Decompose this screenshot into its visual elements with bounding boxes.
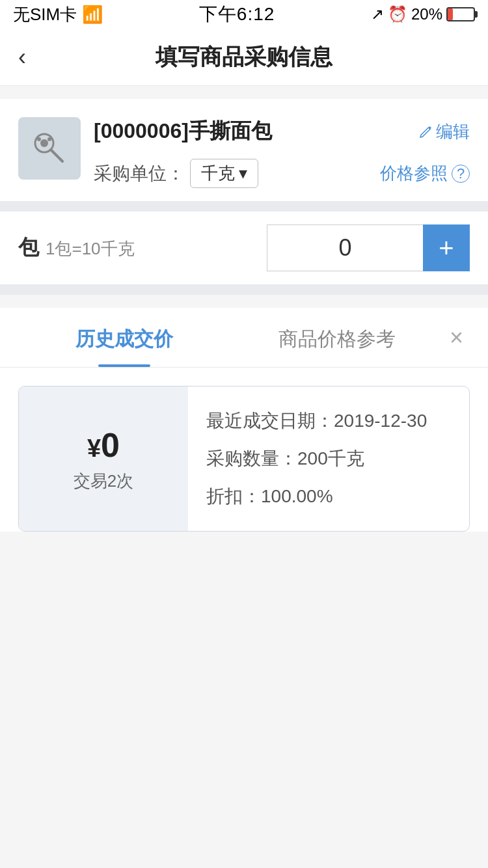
unit-value: 千克 bbox=[201, 162, 235, 185]
back-button[interactable]: ‹ bbox=[18, 44, 26, 71]
quantity-row: 包 1包=10千克 + bbox=[0, 211, 488, 284]
battery-icon bbox=[446, 7, 475, 21]
page-title: 填写商品采购信息 bbox=[156, 42, 332, 72]
product-name-row: [0000006]手撕面包 编辑 bbox=[94, 117, 470, 146]
tab-history-price[interactable]: 历史成交价 bbox=[18, 308, 230, 367]
recent-date-label: 最近成交日期： bbox=[206, 411, 334, 431]
wifi-icon: 📶 bbox=[82, 5, 103, 25]
edit-button[interactable]: 编辑 bbox=[419, 120, 470, 143]
tab-close-button[interactable]: × bbox=[443, 318, 470, 358]
help-icon: ? bbox=[452, 165, 470, 183]
battery-fill bbox=[448, 8, 453, 20]
dropdown-arrow-icon: ▾ bbox=[239, 163, 247, 183]
transaction-purchase-qty: 采购数量：200千克 bbox=[206, 445, 451, 472]
price-value: 0 bbox=[101, 426, 120, 464]
unit-sub: 1包=10千克 bbox=[46, 237, 135, 260]
qty-controls: + bbox=[267, 224, 470, 271]
product-name: [0000006]手撕面包 bbox=[94, 117, 272, 146]
svg-point-4 bbox=[47, 137, 51, 141]
svg-point-1 bbox=[40, 139, 48, 147]
purchase-unit-row: 采购单位： 千克 ▾ 价格参照 ? bbox=[94, 159, 470, 188]
carrier-text: 无SIM卡 bbox=[13, 3, 77, 26]
svg-point-3 bbox=[37, 137, 41, 141]
status-bar: 无SIM卡 📶 下午6:12 ↗ ⏰ 20% bbox=[0, 0, 488, 29]
transaction-discount: 折扣：100.00% bbox=[206, 483, 451, 510]
transaction-left: ¥0 交易2次 bbox=[19, 387, 188, 531]
tab-product-price-ref-label: 商品价格参考 bbox=[278, 328, 396, 349]
status-right: ↗ ⏰ 20% bbox=[371, 5, 475, 23]
tab-product-price-ref[interactable]: 商品价格参考 bbox=[230, 308, 442, 367]
transaction-recent-date: 最近成交日期：2019-12-30 bbox=[206, 407, 451, 435]
svg-line-2 bbox=[51, 150, 62, 161]
alarm-icon: ⏰ bbox=[388, 5, 407, 23]
edit-label: 编辑 bbox=[436, 120, 470, 143]
edit-icon bbox=[419, 124, 433, 139]
product-header: [0000006]手撕面包 编辑 采购单位： 千克 ▾ bbox=[18, 117, 470, 188]
nav-bar: ‹ 填写商品采购信息 bbox=[0, 29, 488, 86]
quantity-input[interactable] bbox=[267, 224, 423, 271]
transaction-card: ¥0 交易2次 最近成交日期：2019-12-30 采购数量：200千克 折扣：… bbox=[18, 386, 470, 532]
tabs-header: 历史成交价 商品价格参考 × bbox=[0, 308, 488, 368]
purchase-qty-label: 采购数量： bbox=[206, 448, 297, 468]
location-icon: ↗ bbox=[371, 5, 384, 23]
status-left: 无SIM卡 📶 bbox=[13, 3, 103, 26]
purchase-unit-label: 采购单位： bbox=[94, 161, 185, 186]
quantity-plus-button[interactable]: + bbox=[423, 224, 470, 271]
product-section: [0000006]手撕面包 编辑 采购单位： 千克 ▾ bbox=[0, 99, 488, 201]
tab-content: ¥0 交易2次 最近成交日期：2019-12-30 采购数量：200千克 折扣：… bbox=[0, 368, 488, 532]
product-info: [0000006]手撕面包 编辑 采购单位： 千克 ▾ bbox=[94, 117, 470, 188]
status-time: 下午6:12 bbox=[199, 2, 275, 27]
transaction-price: ¥0 bbox=[87, 426, 120, 465]
unit-big: 包 bbox=[18, 234, 39, 262]
price-ref-label: 价格参照 bbox=[380, 162, 448, 185]
section-divider bbox=[0, 201, 488, 211]
purchase-qty-value: 200千克 bbox=[297, 448, 364, 468]
product-thumbnail-icon bbox=[30, 129, 69, 168]
price-ref-button[interactable]: 价格参照 ? bbox=[380, 162, 470, 185]
main-content: [0000006]手撕面包 编辑 采购单位： 千克 ▾ bbox=[0, 99, 488, 554]
section-divider-2 bbox=[0, 284, 488, 295]
discount-label: 折扣： bbox=[206, 486, 261, 506]
battery-percent: 20% bbox=[411, 5, 442, 23]
transaction-count: 交易2次 bbox=[74, 470, 133, 493]
product-thumbnail bbox=[18, 117, 81, 180]
recent-date-value: 2019-12-30 bbox=[334, 411, 427, 431]
discount-value: 100.00% bbox=[261, 486, 333, 506]
tabs-section: 历史成交价 商品价格参考 × ¥0 交易2次 最近成交日期：2019-12-30 bbox=[0, 308, 488, 532]
transaction-right: 最近成交日期：2019-12-30 采购数量：200千克 折扣：100.00% bbox=[188, 387, 469, 531]
unit-select[interactable]: 千克 ▾ bbox=[190, 159, 258, 188]
tab-history-price-label: 历史成交价 bbox=[75, 328, 173, 349]
unit-info: 包 1包=10千克 bbox=[18, 234, 135, 262]
price-symbol: ¥ bbox=[87, 435, 101, 462]
